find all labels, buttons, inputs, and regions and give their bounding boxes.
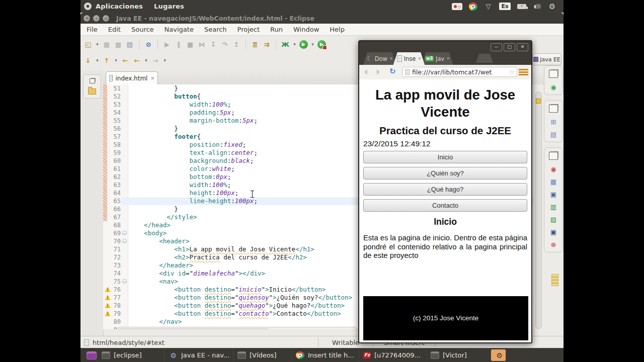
dropdown-arrow-icon[interactable]: ▾ [163,58,167,63]
restore-view-icon[interactable] [549,105,558,113]
menu-edit[interactable]: Edit [108,26,121,33]
save-icon[interactable]: ▦ [102,40,111,49]
nav-button-quinsoy[interactable]: ¿Quién soy? [363,167,527,179]
menu-navigate[interactable]: Navigate [165,26,194,33]
wifi-icon[interactable]: ▽ [484,2,493,11]
servers-icon[interactable]: ▣ [549,191,557,198]
perspective-java-ee-button[interactable]: Java EE [532,53,561,65]
browser-tab-inse[interactable]: Inse✕ [393,52,425,65]
step-over-icon[interactable]: ↷ [220,40,229,49]
maximize-icon[interactable]: □ [504,43,515,51]
tab-close-icon[interactable]: ✕ [389,56,393,61]
data-source-icon[interactable]: ▥ [549,203,557,210]
run-history-icon[interactable]: ▶ [317,40,326,49]
taskbar-item-[u72764009...[interactable]: Fz[u72764009... [359,348,427,362]
taskbar-item-Insert title h...[interactable]: Insert title h... [292,348,359,362]
disconnect-icon[interactable]: ⋈ [197,40,206,49]
project-explorer-icon[interactable] [88,88,96,95]
url-text[interactable]: file:///var/lib/tomcat7/wet [412,68,507,76]
nav-button-contacto[interactable]: Contacto [363,199,527,212]
menu-file[interactable]: File [87,26,98,33]
reload-icon[interactable]: ↻ [389,67,396,76]
suspend-icon[interactable]: ‖ [174,40,183,49]
horizontal-scrollbar[interactable] [116,327,358,329]
back-icon[interactable]: ‹ [364,66,368,77]
url-bar[interactable]: file:///var/lib/tomcat7/wet ☆ [403,67,517,77]
minimize-icon[interactable]: – [93,15,100,22]
tab-close-icon[interactable]: ✕ [446,56,450,61]
dropdown-arrow-icon[interactable]: ▾ [95,58,100,63]
panel-menu-lugares[interactable]: Lugares [154,3,184,10]
palette-icon[interactable]: ◉ [549,83,557,90]
menu-help[interactable]: Help [330,26,345,33]
terminate-icon[interactable]: ■ [186,40,195,49]
skip-breakpoints-icon[interactable]: ⊘ [144,40,153,49]
restore-view-icon[interactable] [549,70,558,78]
keyboard-layout[interactable]: Es [499,3,511,10]
nav-button-inicio[interactable]: Inicio [363,151,527,163]
forward-icon[interactable]: › [376,66,380,77]
gear-icon[interactable]: ⚙ [548,2,556,11]
back-icon[interactable]: ← [132,56,141,65]
dropdown-arrow-icon[interactable]: ▾ [114,58,118,63]
volume-icon[interactable]: ◖))) [533,2,541,11]
clear-icon[interactable]: ⇉ [262,40,271,49]
taskbar-item-Java EE - nav...[interactable]: ⚙Java EE - nav... [165,348,233,362]
taskbar-item-media-player[interactable] [83,348,98,362]
tab-close-icon[interactable]: ✕ [418,56,421,61]
last-edit-down-icon[interactable]: ↓ [84,56,93,65]
error-log-icon[interactable]: ⊗ [549,241,557,248]
back-to-icon[interactable]: ← [121,56,130,65]
taskbar-item-[Victor][interactable]: [Victor] [427,348,491,362]
battery-icon[interactable]: ⚡ [517,4,526,9]
dropdown-arrow-icon[interactable]: ▾ [95,42,100,47]
saveall-icon[interactable]: ▩ [114,40,123,49]
eclipse-titlebar[interactable]: ✕ – ▫ Java EE - navegacionJS/WebContent/… [80,13,564,24]
resume-icon[interactable]: ▶ [163,40,172,49]
menu-source[interactable]: Source [131,26,154,33]
fold-collapse-icon[interactable]: – [122,231,127,235]
restore-view-icon[interactable] [90,78,95,83]
last-edit-up-icon[interactable]: ↑ [102,56,111,65]
forward-icon[interactable]: → [151,56,160,65]
close-icon[interactable]: ✕ [517,43,528,51]
run-icon[interactable]: ▶ [299,40,308,49]
browser-tab-dow[interactable]: ☾Dow✕ [363,52,396,65]
snippets-icon[interactable]: ▧ [549,216,557,223]
browser-menu-icon[interactable] [519,69,528,75]
restore-view-icon[interactable] [549,152,558,160]
step-return-icon[interactable]: ↥ [232,40,241,49]
minimize-icon[interactable]: — [491,43,502,51]
step-into-icon[interactable]: ↧ [209,40,218,49]
close-icon[interactable]: ✕ [84,15,90,22]
use-step-filters-icon[interactable]: ≣ [251,40,260,49]
menu-run[interactable]: Run [270,26,283,33]
bookmark-star-icon[interactable]: ☆ [509,68,515,76]
nav-button-quhago[interactable]: ¿Qué hago? [363,183,527,196]
recorder-icon[interactable] [452,3,462,10]
tab-index-html[interactable]: index.html ✕ [106,71,158,84]
panel-menu-aplicaciones[interactable]: Aplicaciones [96,3,143,10]
taskbar-item-[Vídeos][interactable]: [Vídeos] [233,348,292,362]
new-tab-button[interactable] [476,54,493,63]
vscroll-thumb[interactable] [535,92,542,329]
hscroll-thumb[interactable] [118,328,269,329]
markers-icon[interactable]: ◉ [549,165,557,172]
browser-tab-jav[interactable]: w3Jav✕ [422,52,453,65]
fold-collapse-icon[interactable]: – [122,279,127,284]
fold-collapse-icon[interactable]: – [122,239,127,243]
chrome-icon[interactable] [469,3,477,11]
outline-icon[interactable]: ⊞ [549,118,557,125]
maximize-icon[interactable]: ▫ [103,15,109,22]
templates-icon[interactable]: ▤ [549,131,557,138]
print-icon[interactable]: ▤ [125,40,134,49]
dropdown-arrow-icon[interactable]: ▾ [292,42,297,47]
menu-search[interactable]: Search [204,26,227,33]
taskbar-item-[eclipse][interactable]: [eclipse] [98,348,165,362]
console-icon[interactable]: ▣ [549,228,557,235]
new-icon[interactable]: ◱ [84,40,93,49]
menu-project[interactable]: Project [237,26,260,33]
debug-icon[interactable]: Ж [281,40,290,49]
dropdown-arrow-icon[interactable]: ▾ [310,42,315,47]
distributor-logo-icon[interactable] [84,3,92,10]
